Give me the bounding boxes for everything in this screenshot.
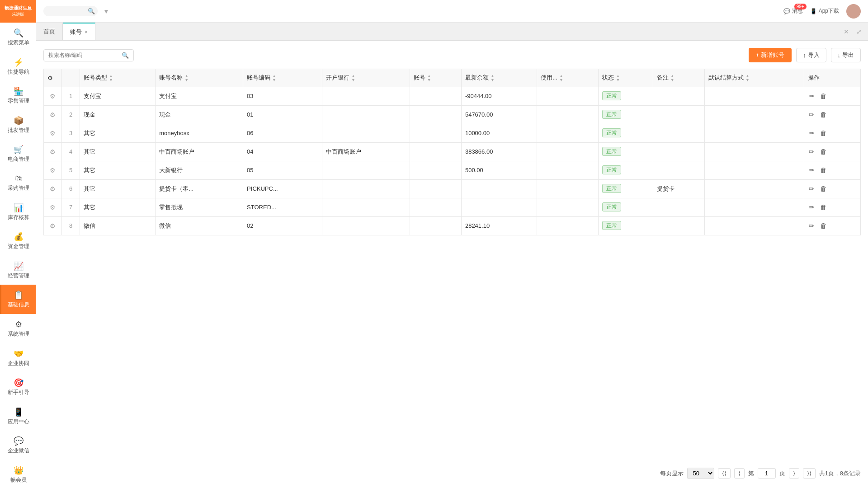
app-download[interactable]: 📱 App下载 [810,7,839,15]
sidebar-item-search-menu[interactable]: 🔍搜索菜单 [0,23,36,52]
col-header-bank[interactable]: 开户银行▲▼ [322,69,410,87]
status-badge: 正常 [602,147,621,156]
page-size-select[interactable]: 102050100 [687,468,714,479]
row-code-2: 06 [243,124,322,142]
delete-btn-4[interactable]: 🗑 [819,165,828,175]
prev-page-btn[interactable]: ⟨ [734,468,745,479]
tab-home[interactable]: 首页 [36,23,63,40]
table-row: ⚙1支付宝支付宝03-90444.00正常 ✏ 🗑 [44,87,861,105]
quick-nav-label: 快捷导航 [8,69,29,76]
row-settings-6: ⚙ [44,198,62,216]
system-mgmt-icon: ⚙ [15,319,22,329]
topbar-msg[interactable]: 💬 消息 99+ [783,7,803,15]
delete-btn-3[interactable]: 🗑 [819,147,828,157]
sidebar-item-finance-mgmt[interactable]: 💰资金管理 [0,226,36,256]
last-page-btn[interactable]: ⟩⟩ [803,468,816,479]
action-btns: ✏ 🗑 [808,165,857,175]
row-num-1: 2 [62,105,80,124]
first-page-btn[interactable]: ⟨⟨ [718,468,731,479]
sort-icon-type: ▲▼ [109,74,113,82]
row-action-1: ✏ 🗑 [804,105,861,124]
quick-nav-icon: ⚡ [14,57,24,67]
col-header-balance[interactable]: 最新余额▲▼ [461,69,537,87]
sidebar-item-new-guide[interactable]: 🎯新手引导 [0,372,36,402]
purchase-mgmt-label: 采购管理 [8,185,29,192]
action-btns: ✏ 🗑 [808,184,857,194]
delete-btn-7[interactable]: 🗑 [819,221,828,231]
row-settings-2: ⚙ [44,124,62,142]
col-header-code[interactable]: 账号编码▲▼ [243,69,322,87]
sidebar-item-wholesale-mgmt[interactable]: 📦批发管理 [0,110,36,140]
delete-btn-2[interactable]: 🗑 [819,128,828,138]
edit-btn-1[interactable]: ✏ [808,110,816,120]
sidebar-item-vip-member[interactable]: 👑畅会员 [0,460,36,488]
action-btns: ✏ 🗑 [808,147,857,157]
col-header-use[interactable]: 使用...▲▼ [537,69,599,87]
col-header-name[interactable]: 账号名称▲▼ [156,69,243,87]
row-account-7 [410,216,461,235]
sidebar-item-purchase-mgmt[interactable]: 🛍采购管理 [0,169,36,197]
row-type-1: 现金 [80,105,156,124]
col-header-type[interactable]: 账号类型▲▼ [80,69,156,87]
close-tab-btn[interactable]: ✕ [841,26,852,37]
import-button[interactable]: ↑ 导入 [796,48,826,62]
delete-btn-6[interactable]: 🗑 [819,202,828,212]
sidebar-item-ecommerce-mgmt[interactable]: 🛒电商管理 [0,139,36,169]
page-size-label: 每页显示 [660,469,684,478]
table-row: ⚙6其它提货卡（零...PICKUPC...正常提货卡 ✏ 🗑 [44,179,861,198]
row-status-2: 正常 [599,124,653,142]
row-remark-1 [653,105,704,124]
col-header-status[interactable]: 状态▲▼ [599,69,653,87]
sidebar-item-inventory-mgmt[interactable]: 📊库存核算 [0,197,36,227]
sidebar-item-basic-info[interactable]: 📋基础信息 [0,285,36,314]
logo-text2: 乐进版 [12,12,24,18]
row-account-6 [410,198,461,216]
edit-btn-0[interactable]: ✏ [808,91,816,101]
action-btns: ✏ 🗑 [808,110,857,120]
enterprise-agreement-label: 企业协同 [8,360,29,367]
tab-accounts[interactable]: 账号× [63,23,95,40]
sidebar-item-app-center[interactable]: 📱应用中心 [0,402,36,431]
row-code-5: PICKUPC... [243,179,322,198]
row-num-0: 1 [62,87,80,105]
edit-btn-7[interactable]: ✏ [808,221,816,231]
row-use-5 [537,179,599,198]
topbar-expand-icon[interactable]: ▼ [103,8,109,15]
row-default_pay-6 [705,198,804,216]
row-num-3: 4 [62,142,80,161]
toolbar: 🔍 + 新增账号 ↑ 导入 ↓ 导出 [43,48,861,62]
delete-btn-1[interactable]: 🗑 [819,110,828,120]
page-input[interactable] [758,468,776,479]
export-button[interactable]: ↓ 导出 [831,48,861,62]
col-header-account[interactable]: 账号▲▼ [410,69,461,87]
row-action-4: ✏ 🗑 [804,161,861,179]
add-account-button[interactable]: + 新增账号 [749,48,792,62]
edit-btn-5[interactable]: ✏ [808,184,816,194]
row-bank-2 [322,124,410,142]
sidebar-item-enterprise-wechat[interactable]: 💬企业微信 [0,431,36,460]
col-header-default_pay[interactable]: 默认结算方式▲▼ [705,69,804,87]
edit-btn-3[interactable]: ✏ [808,147,816,157]
row-bank-7 [322,216,410,235]
new-guide-icon: 🎯 [14,378,24,388]
user-avatar[interactable] [846,4,861,19]
sidebar-item-quick-nav[interactable]: ⚡快捷导航 [0,52,36,81]
sidebar-item-ops-mgmt[interactable]: 📈经营管理 [0,256,36,285]
sidebar-item-enterprise-agreement[interactable]: 🤝企业协同 [0,343,36,373]
delete-btn-0[interactable]: 🗑 [819,91,828,101]
delete-btn-5[interactable]: 🗑 [819,184,828,194]
edit-btn-4[interactable]: ✏ [808,165,816,175]
search-input[interactable] [48,52,119,58]
maximize-btn[interactable]: ⤢ [854,26,864,37]
edit-btn-2[interactable]: ✏ [808,128,816,138]
sidebar-item-retail-mgmt[interactable]: 🏪零售管理 [0,81,36,110]
retail-mgmt-label: 零售管理 [8,98,29,105]
topbar-search-input[interactable] [49,8,85,14]
tab-close-accounts[interactable]: × [85,29,88,35]
edit-btn-6[interactable]: ✏ [808,202,816,212]
sidebar-item-system-mgmt[interactable]: ⚙系统管理 [0,314,36,343]
row-settings-5: ⚙ [44,179,62,198]
col-header-remark[interactable]: 备注▲▼ [653,69,704,87]
next-page-btn[interactable]: ⟩ [789,468,799,479]
row-name-1: 现金 [156,105,243,124]
